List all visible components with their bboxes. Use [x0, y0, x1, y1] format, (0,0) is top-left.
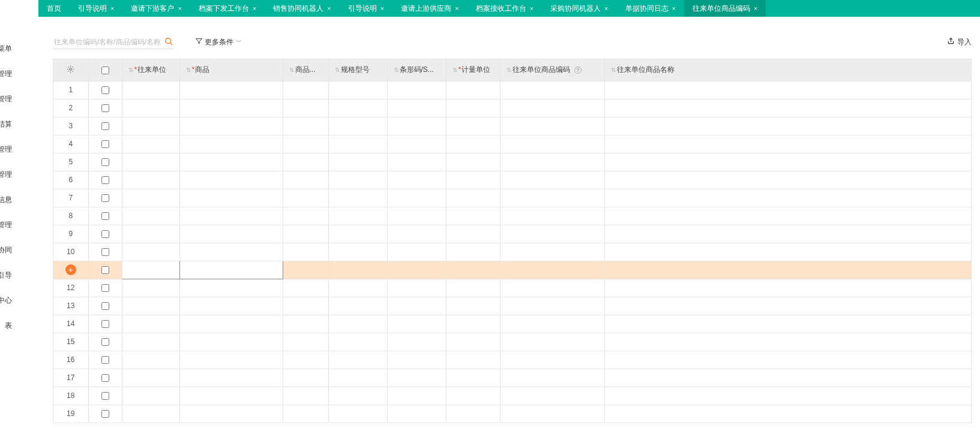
cell[interactable] — [604, 405, 971, 423]
more-filter-button[interactable]: 更多条件 ﹀ — [196, 37, 242, 47]
cell[interactable] — [328, 369, 387, 387]
tab[interactable]: 采购协同机器人× — [542, 0, 616, 17]
cell[interactable] — [328, 171, 387, 189]
cell[interactable] — [604, 171, 971, 189]
cell[interactable] — [122, 135, 179, 153]
cell[interactable] — [283, 243, 328, 261]
cell[interactable] — [328, 297, 387, 315]
cell[interactable] — [446, 333, 500, 351]
cell[interactable] — [328, 333, 387, 351]
cell[interactable] — [179, 135, 283, 153]
cell[interactable] — [604, 369, 971, 387]
cell[interactable] — [283, 333, 328, 351]
cell[interactable] — [446, 405, 500, 423]
cell[interactable] — [283, 153, 328, 171]
sidebar-item[interactable]: 中心 — [0, 288, 14, 313]
cell[interactable] — [387, 207, 446, 225]
cell[interactable] — [122, 243, 179, 261]
cell[interactable] — [179, 153, 283, 171]
cell[interactable] — [387, 117, 446, 135]
table-row[interactable]: 19 — [53, 405, 971, 423]
cell[interactable] — [604, 99, 971, 117]
cell[interactable] — [446, 387, 500, 405]
cell[interactable] — [500, 369, 604, 387]
cell[interactable] — [500, 135, 604, 153]
tab[interactable]: 引导说明× — [70, 0, 122, 17]
cell[interactable] — [283, 261, 328, 279]
cell[interactable] — [604, 351, 971, 369]
cell[interactable] — [122, 225, 179, 243]
table-row[interactable]: + — [53, 261, 971, 279]
sidebar-item[interactable]: 菜单 — [0, 36, 14, 61]
cell[interactable] — [328, 387, 387, 405]
table-row[interactable]: 5 — [53, 153, 971, 171]
sidebar-item[interactable]: 结算 — [0, 111, 14, 137]
sidebar-item[interactable]: 表 — [0, 313, 14, 338]
row-checkbox[interactable] — [101, 356, 109, 364]
cell[interactable] — [328, 81, 387, 99]
cell[interactable] — [387, 369, 446, 387]
cell[interactable] — [500, 387, 604, 405]
cell[interactable] — [446, 153, 500, 171]
sidebar-item[interactable]: 管理 — [0, 86, 14, 111]
search-input[interactable] — [53, 35, 174, 49]
cell[interactable] — [387, 135, 446, 153]
cell[interactable] — [283, 351, 328, 369]
tab[interactable]: 档案下发工作台× — [190, 0, 265, 17]
cell[interactable] — [387, 189, 446, 207]
row-checkbox[interactable] — [101, 122, 109, 130]
close-icon[interactable]: × — [178, 5, 181, 12]
cell[interactable] — [604, 135, 971, 153]
cell[interactable] — [328, 207, 387, 225]
cell[interactable] — [387, 153, 446, 171]
cell[interactable] — [446, 135, 500, 153]
table-row[interactable]: 15 — [53, 333, 971, 351]
cell[interactable] — [328, 153, 387, 171]
col-check-all[interactable] — [88, 59, 122, 81]
cell[interactable] — [328, 405, 387, 423]
cell[interactable] — [328, 99, 387, 117]
cell[interactable] — [328, 225, 387, 243]
cell[interactable] — [283, 117, 328, 135]
tab[interactable]: 单据协同日志× — [617, 0, 684, 17]
col-product-num[interactable]: ⇅商品... — [283, 59, 328, 81]
sidebar-item[interactable]: 管理 — [0, 61, 14, 86]
cell[interactable] — [328, 189, 387, 207]
cell[interactable] — [446, 369, 500, 387]
close-icon[interactable]: × — [754, 5, 757, 12]
row-checkbox[interactable] — [101, 194, 109, 202]
row-checkbox[interactable] — [101, 176, 109, 184]
cell[interactable] — [179, 369, 283, 387]
col-gear[interactable] — [53, 59, 88, 81]
cell[interactable] — [122, 351, 179, 369]
cell[interactable] — [446, 117, 500, 135]
row-checkbox[interactable] — [101, 392, 109, 400]
cell[interactable] — [604, 387, 971, 405]
cell[interactable] — [179, 171, 283, 189]
cell[interactable] — [604, 189, 971, 207]
table-row[interactable]: 2 — [53, 99, 971, 117]
cell[interactable] — [446, 225, 500, 243]
table-row[interactable]: 9 — [53, 225, 971, 243]
row-checkbox[interactable] — [101, 266, 109, 274]
table-row[interactable]: 3 — [53, 117, 971, 135]
cell[interactable] — [604, 117, 971, 135]
cell[interactable] — [500, 297, 604, 315]
cell[interactable] — [283, 405, 328, 423]
cell[interactable] — [500, 333, 604, 351]
tab[interactable]: 销售协同机器人× — [265, 0, 339, 17]
cell[interactable] — [446, 351, 500, 369]
cell[interactable] — [387, 297, 446, 315]
cell[interactable] — [328, 351, 387, 369]
cell[interactable] — [328, 243, 387, 261]
cell[interactable] — [446, 243, 500, 261]
cell[interactable] — [283, 387, 328, 405]
help-icon[interactable]: ? — [574, 67, 582, 74]
cell[interactable] — [500, 171, 604, 189]
cell[interactable] — [446, 315, 500, 333]
close-icon[interactable]: × — [253, 5, 256, 12]
cell[interactable] — [283, 225, 328, 243]
row-checkbox[interactable] — [101, 302, 109, 310]
tab[interactable]: 往来单位商品编码× — [684, 0, 766, 17]
cell[interactable] — [179, 99, 283, 117]
